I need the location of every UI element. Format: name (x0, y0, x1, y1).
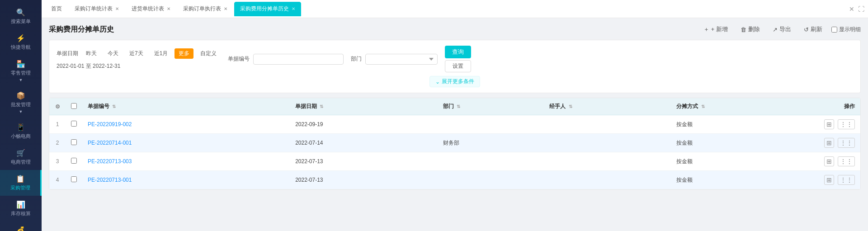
dept-filter-group: 部门 财务部 (351, 54, 438, 65)
doc-num-link[interactable]: PE-20220919-002 (88, 121, 132, 127)
date-btn-custom[interactable]: 自定义 (196, 48, 221, 59)
row-dept-3 (438, 152, 544, 171)
date-btn-1month[interactable]: 近1月 (150, 48, 172, 59)
purchase-icon: 📋 (16, 174, 25, 183)
expand-more-button[interactable]: ⌄ 展开更多条件 (429, 76, 480, 87)
date-btn-yesterday[interactable]: 昨天 (82, 48, 101, 59)
tab-purchase-cost-history[interactable]: 采购费用分摊单历史 ✕ (234, 2, 301, 16)
col-handler: 经手人 ⇅ (544, 98, 671, 115)
row-select-checkbox[interactable] (71, 158, 77, 164)
tab-purchase-order-exec[interactable]: 采购订单执行表 ✕ (177, 2, 233, 16)
filter-settings-button[interactable]: 设置 (445, 60, 471, 72)
col-settings[interactable]: ⚙ (49, 98, 66, 115)
dept-select[interactable]: 财务部 (365, 54, 438, 65)
view-button[interactable]: ⊞ (824, 138, 834, 148)
refresh-button[interactable]: ↺ 刷新 (800, 24, 826, 35)
date-btn-more[interactable]: 更多 (175, 48, 193, 59)
select-all-checkbox[interactable] (71, 103, 77, 109)
sidebar-item-wholesale[interactable]: 📦 批发管理 ▼ (0, 87, 42, 118)
row-select-checkbox[interactable] (71, 176, 77, 182)
close-icon[interactable]: ✕ (115, 6, 119, 11)
sort-icon[interactable]: ⇅ (112, 104, 116, 109)
toolbar: ＋ + 新增 🗑 删除 ↗ 导出 ↺ 刷新 显示明细 (700, 24, 861, 35)
row-doc-num-1: PE-20220919-002 (82, 115, 290, 134)
doc-num-link[interactable]: PE-20220713-001 (88, 177, 132, 183)
sidebar-item-search[interactable]: 🔍 搜索菜单 (0, 4, 42, 29)
date-filter-group: 单据日期 昨天 今天 近7天 近1月 更多 自定义 2022-01-01 至 2… (57, 48, 221, 70)
show-cols-checkbox[interactable]: 显示明细 (831, 26, 861, 33)
sidebar-item-retail[interactable]: 🏪 零售管理 ▼ (0, 55, 42, 87)
close-icon[interactable]: ✕ (224, 6, 227, 11)
sidebar-item-miniapp[interactable]: 📱 小畅电商 (0, 118, 42, 144)
row-select-checkbox[interactable] (71, 139, 77, 145)
close-icon[interactable]: ✕ (167, 6, 170, 11)
close-icon[interactable]: ✕ (292, 6, 295, 11)
more-button[interactable]: ⋮⋮ (838, 175, 855, 185)
row-handler-3 (544, 152, 671, 171)
row-dept-1 (438, 115, 544, 134)
row-dept-4 (438, 171, 544, 189)
row-num-2: 2 (49, 134, 66, 152)
view-button[interactable]: ⊞ (824, 119, 834, 129)
sort-icon[interactable]: ⇅ (320, 104, 323, 109)
filter-area: 单据日期 昨天 今天 近7天 近1月 更多 自定义 2022-01-01 至 2… (49, 40, 861, 93)
date-btn-today[interactable]: 今天 (104, 48, 123, 59)
table-header-row: ⚙ 单据编号 ⇅ 单据日期 ⇅ (49, 98, 860, 115)
show-cols-input[interactable] (831, 27, 837, 33)
row-checkbox-2[interactable] (66, 134, 82, 152)
tab-purchase-order-stats[interactable]: 采购订单统计表 ✕ (69, 2, 125, 16)
chevron-down-icon: ▼ (19, 78, 23, 82)
expand-more-area: ⌄ 展开更多条件 (57, 76, 853, 87)
retail-icon: 🏪 (16, 60, 25, 68)
add-button[interactable]: ＋ + 新增 (700, 24, 731, 35)
doc-num-link[interactable]: PE-20220714-001 (88, 140, 132, 146)
ecommerce-icon: 🛒 (16, 149, 25, 157)
doc-num-link[interactable]: PE-20220713-003 (88, 158, 132, 165)
export-button[interactable]: ↗ 导出 (769, 24, 795, 35)
row-split-method-1: 按金额 (671, 115, 819, 134)
more-button[interactable]: ⋮⋮ (838, 138, 855, 148)
dept-label: 部门 (351, 55, 362, 63)
row-dept-2: 财务部 (438, 134, 544, 152)
sort-icon[interactable]: ⇅ (701, 104, 705, 109)
filter-row: 单据日期 昨天 今天 近7天 近1月 更多 自定义 2022-01-01 至 2… (57, 46, 853, 72)
col-doc-num: 单据编号 ⇅ (82, 98, 290, 115)
row-num-4: 4 (49, 171, 66, 189)
date-range-display: 2022-01-01 至 2022-12-31 (57, 62, 221, 70)
sidebar-item-inventory[interactable]: 📊 库存核算 (0, 196, 42, 222)
page-header: 采购费用分摊单历史 ＋ + 新增 🗑 删除 ↗ 导出 ↺ 刷新 (49, 24, 861, 35)
sort-icon[interactable]: ⇅ (569, 104, 572, 109)
doc-num-input[interactable] (253, 54, 344, 65)
miniapp-icon: 📱 (16, 123, 25, 132)
search-icon: 🔍 (16, 8, 25, 17)
tab-home[interactable]: 首页 (45, 2, 68, 16)
table-row: 2 PE-20220714-001 2022-07-14 财务部 按金额 ⊞ ⋮… (49, 134, 860, 152)
delete-icon: 🗑 (741, 26, 746, 33)
sort-icon[interactable]: ⇅ (457, 104, 460, 109)
row-handler-1 (544, 115, 671, 134)
maximize-button[interactable]: ⛶ (858, 5, 864, 13)
delete-button[interactable]: 🗑 删除 (737, 24, 764, 35)
view-button[interactable]: ⊞ (824, 156, 834, 166)
sidebar-item-shortcut[interactable]: ⚡ 快捷导航 (0, 29, 42, 55)
more-button[interactable]: ⋮⋮ (838, 156, 855, 166)
search-button[interactable]: 查询 (445, 46, 471, 58)
date-btn-7days[interactable]: 近7天 (125, 48, 147, 59)
sidebar-item-finance[interactable]: 💰 资金管理 (0, 222, 42, 231)
sidebar-item-purchase[interactable]: 📋 采购管理 (0, 170, 42, 196)
more-button[interactable]: ⋮⋮ (838, 119, 855, 129)
date-filter-label: 单据日期 (57, 50, 78, 57)
row-checkbox-4[interactable] (66, 171, 82, 189)
tab-purchase-goods-stats[interactable]: 进货单统计表 ✕ (126, 2, 176, 16)
row-split-method-3: 按金额 (671, 152, 819, 171)
row-split-method-2: 按金额 (671, 134, 819, 152)
row-select-checkbox[interactable] (71, 121, 77, 127)
finance-icon: 💰 (16, 226, 25, 231)
sidebar-item-ecommerce[interactable]: 🛒 电商管理 (0, 144, 42, 170)
close-all-tabs-button[interactable]: ✕ (849, 5, 854, 13)
settings-icon[interactable]: ⚙ (55, 104, 60, 110)
row-checkbox-1[interactable] (66, 115, 82, 134)
view-button[interactable]: ⊞ (824, 175, 834, 185)
row-doc-date-1: 2022-09-19 (290, 115, 437, 134)
row-checkbox-3[interactable] (66, 152, 82, 171)
